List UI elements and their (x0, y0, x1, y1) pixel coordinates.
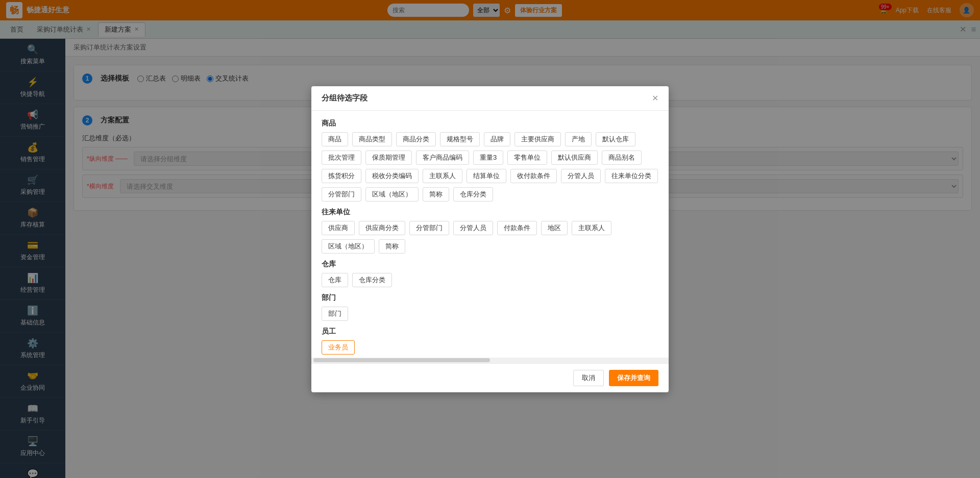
confirm-button[interactable]: 保存并查询 (609, 370, 658, 386)
field-tags-商品: 商品商品类型商品分类规格型号品牌主要供应商产地默认仓库批次管理保质期管理客户商品… (322, 132, 658, 202)
field-tag[interactable]: 商品别名 (602, 150, 642, 165)
field-tag[interactable]: 付款条件 (497, 221, 537, 235)
field-tag[interactable]: 税收分类编码 (365, 169, 419, 183)
field-tag[interactable]: 拣货积分 (322, 169, 361, 183)
section-title-仓库: 仓库 (322, 260, 658, 269)
field-select-modal: 分组待选字段 ✕ 商品商品商品类型商品分类规格型号品牌主要供应商产地默认仓库批次… (311, 86, 669, 392)
modal-footer: 取消 保存并查询 (311, 363, 669, 392)
modal-overlay: 分组待选字段 ✕ 商品商品商品类型商品分类规格型号品牌主要供应商产地默认仓库批次… (0, 0, 980, 478)
field-tag[interactable]: 主要供应商 (514, 132, 561, 146)
field-tag[interactable]: 规格型号 (440, 132, 480, 146)
section-title-员工: 员工 (322, 327, 658, 336)
field-tag[interactable]: 重量3 (473, 150, 503, 165)
field-tag[interactable]: 默认供应商 (551, 150, 598, 165)
field-tag[interactable]: 部门 (322, 307, 348, 321)
field-tag[interactable]: 收付款条件 (510, 169, 557, 183)
modal-body: 商品商品商品类型商品分类规格型号品牌主要供应商产地默认仓库批次管理保质期管理客户… (311, 111, 669, 358)
field-tag[interactable]: 仓库分类 (453, 187, 493, 202)
field-tag[interactable]: 往来单位分类 (605, 169, 658, 183)
field-tag[interactable]: 主联系人 (423, 169, 462, 183)
field-tag[interactable]: 简称 (379, 239, 405, 254)
field-tag[interactable]: 简称 (423, 187, 449, 202)
field-tag[interactable]: 结算单位 (467, 169, 506, 183)
modal-close-button[interactable]: ✕ (652, 93, 658, 103)
field-tag[interactable]: 分管人员 (453, 221, 493, 235)
section-title-商品: 商品 (322, 119, 658, 128)
field-tag[interactable]: 分管部门 (409, 221, 449, 235)
field-tag[interactable]: 商品类型 (352, 132, 392, 146)
field-tag[interactable]: 商品 (322, 132, 348, 146)
field-tag[interactable]: 默认仓库 (596, 132, 635, 146)
section-title-部门: 部门 (322, 293, 658, 303)
field-tag[interactable]: 供应商分类 (359, 221, 405, 235)
modal-scroll-thumb (313, 358, 490, 362)
field-tag[interactable]: 分管人员 (561, 169, 601, 183)
field-tag[interactable]: 业务员 (322, 340, 355, 355)
field-tags-仓库: 仓库仓库分类 (322, 273, 658, 287)
field-tag[interactable]: 区域（地区） (365, 187, 419, 202)
field-tag[interactable]: 地区 (541, 221, 568, 235)
cancel-button[interactable]: 取消 (573, 370, 604, 386)
field-tag[interactable]: 供应商 (322, 221, 355, 235)
field-tag[interactable]: 区域（地区） (322, 239, 375, 254)
field-tags-往来单位: 供应商供应商分类分管部门分管人员付款条件地区主联系人区域（地区）简称 (322, 221, 658, 254)
field-tags-员工: 业务员 (322, 340, 658, 355)
field-tag[interactable]: 商品分类 (396, 132, 436, 146)
field-tag[interactable]: 产地 (565, 132, 592, 146)
field-tag[interactable]: 仓库分类 (352, 273, 392, 287)
field-tag[interactable]: 批次管理 (322, 150, 361, 165)
field-tag[interactable]: 零售单位 (507, 150, 547, 165)
modal-header: 分组待选字段 ✕ (311, 86, 669, 111)
modal-title: 分组待选字段 (322, 93, 368, 103)
field-tag[interactable]: 客户商品编码 (416, 150, 469, 165)
field-tag[interactable]: 保质期管理 (365, 150, 412, 165)
field-tag[interactable]: 品牌 (484, 132, 510, 146)
field-tag[interactable]: 分管部门 (322, 187, 361, 202)
field-tag[interactable]: 主联系人 (572, 221, 611, 235)
field-tags-部门: 部门 (322, 307, 658, 321)
section-title-往来单位: 往来单位 (322, 208, 658, 217)
field-tag[interactable]: 仓库 (322, 273, 348, 287)
modal-scroll-bar (311, 358, 669, 363)
